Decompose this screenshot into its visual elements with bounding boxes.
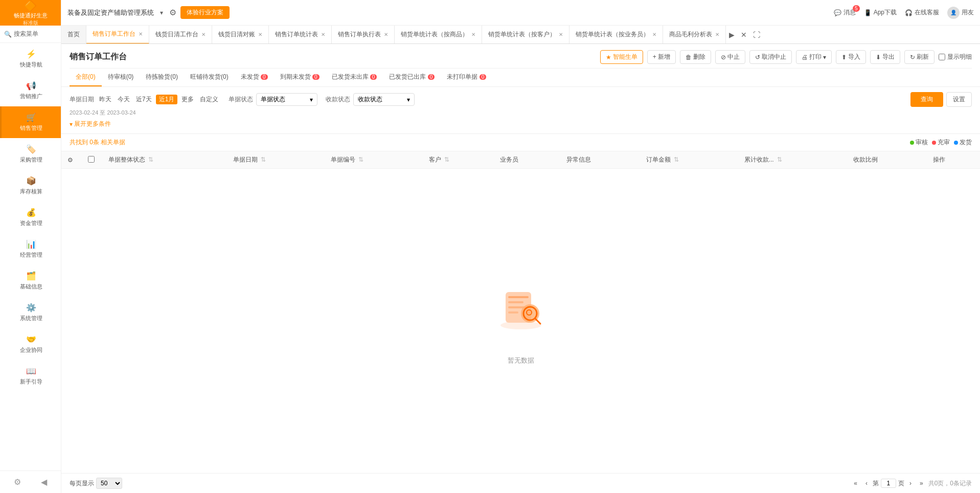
sidebar-item-finance[interactable]: 💰 资金管理 (0, 201, 61, 233)
sidebar-item-operations[interactable]: 📊 经营管理 (0, 233, 61, 265)
sub-tab-all-label: 全部(0) (76, 73, 96, 80)
date-opt-7days[interactable]: 近7天 (134, 94, 154, 105)
tab-sales-order-close[interactable]: ✕ (139, 31, 143, 37)
sidebar-item-basic[interactable]: 🗂️ 基础信息 (0, 265, 61, 297)
app-logo[interactable]: 🔶 畅捷通好生意 标准版 (0, 0, 61, 26)
sidebar-item-system[interactable]: ⚙️ 系统管理 (0, 297, 61, 328)
user-action[interactable]: 👤 用友 (947, 7, 974, 19)
system-dropdown-btn[interactable]: ▾ (158, 8, 165, 17)
date-opt-yesterday[interactable]: 昨天 (97, 94, 113, 105)
tab-sales-stat-cust[interactable]: 销货单统计表（按客户） ✕ (482, 26, 569, 44)
delete-icon: 🗑 (686, 54, 692, 61)
payment-status-select[interactable]: 收款状态 ▾ (353, 93, 415, 106)
smart-create-btn[interactable]: ★ 智能生单 (600, 50, 643, 64)
review-action-btn[interactable]: 审核 (910, 138, 928, 147)
sort-icon-customer[interactable]: ⇅ (444, 156, 449, 163)
date-opt-custom[interactable]: 自定义 (198, 94, 220, 105)
tab-cash-daily[interactable]: 钱货日清工作台 ✕ (149, 26, 212, 44)
date-opt-today[interactable]: 今天 (116, 94, 132, 105)
sidebar-item-guide[interactable]: 📖 新手引导 (0, 360, 61, 392)
sort-icon-number[interactable]: ⇅ (358, 156, 363, 163)
sub-tab-shipped-not-out[interactable]: 已发货未出库 0 (326, 69, 383, 86)
doc-status-select[interactable]: 单据状态 ▾ (256, 93, 317, 106)
sidebar-item-enterprise[interactable]: 🤝 企业协同 (0, 328, 61, 360)
tab-sales-stat[interactable]: 销售订单统计表 ✕ (269, 26, 332, 44)
expand-conditions-btn[interactable]: ▾ 展开更多条件 (70, 120, 972, 128)
set-btn[interactable]: 设置 (946, 92, 972, 107)
sidebar-search[interactable]: 🔍 搜索菜单 (0, 26, 61, 43)
online-service-action[interactable]: 🎧 在线客服 (905, 8, 939, 17)
tab-sales-exec[interactable]: 销售订单执行表 ✕ (332, 26, 395, 44)
system-settings-btn[interactable]: ⚙ (169, 8, 176, 17)
sort-icon-date[interactable]: ⇅ (261, 156, 266, 163)
sub-tab-all[interactable]: 全部(0) (70, 69, 102, 86)
query-btn[interactable]: 查询 (910, 92, 943, 107)
select-all-checkbox[interactable] (88, 156, 95, 163)
unaudit-action-btn[interactable]: 充审 (932, 138, 950, 147)
tab-scroll-right[interactable]: ▶ (726, 26, 738, 44)
sidebar-footer: ⚙ ◀ (0, 470, 61, 493)
industry-btn[interactable]: 体验行业方案 (180, 6, 230, 19)
refresh-btn[interactable]: ↻ 刷新 (904, 50, 935, 64)
sub-tab-pending-inspect[interactable]: 待拣验货(0) (140, 69, 184, 86)
print-icon: 🖨 (802, 54, 808, 61)
tab-margin-analysis-close[interactable]: ✕ (715, 32, 719, 37)
page-input[interactable] (881, 479, 896, 488)
tab-sales-stat-cust-close[interactable]: ✕ (559, 32, 563, 37)
ship-action-btn[interactable]: 发货 (954, 138, 972, 147)
tab-sales-stat-close[interactable]: ✕ (321, 32, 325, 37)
cancel-stop-btn[interactable]: ↺ 取消中止 (749, 50, 792, 64)
message-action[interactable]: 💬 消息 5 (834, 8, 856, 17)
date-opt-1month[interactable]: 近1月 (156, 95, 178, 104)
delete-btn[interactable]: 🗑 删除 (680, 50, 711, 64)
tab-sales-stat-prod[interactable]: 销货单统计表（按商品） ✕ (395, 26, 482, 44)
tab-cash-reconcile[interactable]: 钱货日清对账 ✕ (212, 26, 269, 44)
col-settings-icon[interactable]: ⚙ (67, 156, 73, 164)
tab-maximize[interactable]: ⛶ (750, 26, 763, 44)
sort-icon-collected[interactable]: ⇅ (777, 156, 782, 163)
page-size-select[interactable]: 10 20 50 100 (96, 478, 122, 489)
sidebar-collapse-btn[interactable]: ◀ (39, 475, 49, 489)
sub-tab-not-printed[interactable]: 未打印单据 0 (441, 69, 492, 86)
last-page-btn[interactable]: » (917, 479, 926, 488)
tab-sales-stat-staff[interactable]: 销货单统计表（按业务员） ✕ (569, 26, 663, 44)
tab-close-all[interactable]: ✕ (738, 26, 750, 44)
tab-sales-order-workbench[interactable]: 销售订单工作台 ✕ (86, 26, 149, 44)
prev-page-btn[interactable]: ‹ (862, 479, 871, 488)
sort-icon-amount[interactable]: ⇅ (674, 156, 679, 163)
date-opt-more[interactable]: 更多 (179, 94, 196, 105)
sidebar-item-quick-nav[interactable]: ⚡ 快捷导航 (0, 43, 61, 75)
sub-tab-overdue-not-shipped[interactable]: 到期未发货 0 (274, 69, 326, 86)
tab-sales-exec-close[interactable]: ✕ (384, 32, 388, 37)
export-btn[interactable]: ⬇ 导出 (870, 50, 900, 64)
tab-sales-stat-staff-close[interactable]: ✕ (652, 32, 656, 37)
sub-tab-pending-review[interactable]: 待审核(0) (102, 69, 140, 86)
sub-tab-not-shipped[interactable]: 未发货 0 (235, 69, 274, 86)
show-detail-checkbox[interactable] (939, 54, 945, 60)
col-abnormal: 异常信息 (560, 151, 640, 169)
show-detail-checkbox-wrapper[interactable]: 显示明细 (939, 53, 972, 61)
app-download-action[interactable]: 📱 App下载 (864, 8, 897, 17)
tab-margin-analysis[interactable]: 商品毛利分析表 ✕ (663, 26, 726, 44)
tab-cash-daily-close[interactable]: ✕ (201, 32, 206, 37)
import-btn[interactable]: ⬆ 导入 (836, 50, 866, 64)
first-page-btn[interactable]: « (851, 479, 860, 488)
sidebar-item-purchase[interactable]: 🏷️ 采购管理 (0, 138, 61, 170)
stop-btn[interactable]: ⊘ 中止 (715, 50, 745, 64)
tab-home[interactable]: 首页 (61, 26, 86, 44)
sidebar-nav: ⚡ 快捷导航 📢 营销推广 🛒 销售管理 🏷️ 采购管理 📦 库存核算 💰 资金… (0, 43, 61, 470)
sidebar-settings-btn[interactable]: ⚙ (12, 475, 23, 489)
tab-cash-reconcile-close[interactable]: ✕ (258, 32, 262, 37)
tab-sales-stat-prod-close[interactable]: ✕ (471, 32, 475, 37)
add-btn[interactable]: + 新增 (647, 50, 676, 64)
sub-tab-shipped-out[interactable]: 已发货已出库 0 (383, 69, 441, 86)
sub-tab-wangpu[interactable]: 旺铺待发货(0) (184, 69, 235, 86)
next-page-btn[interactable]: › (906, 479, 915, 488)
sort-icon-status[interactable]: ⇅ (148, 156, 153, 163)
table-header-bar: 共找到 0条 相关单据 审核 充审 发货 (61, 134, 980, 151)
sidebar-item-inventory[interactable]: 📦 库存核算 (0, 170, 61, 201)
enterprise-icon: 🤝 (26, 334, 36, 344)
sidebar-item-sales[interactable]: 🛒 销售管理 (0, 106, 61, 138)
print-btn[interactable]: 🖨 打印 ▾ (796, 50, 832, 64)
sidebar-item-marketing[interactable]: 📢 营销推广 (0, 75, 61, 106)
